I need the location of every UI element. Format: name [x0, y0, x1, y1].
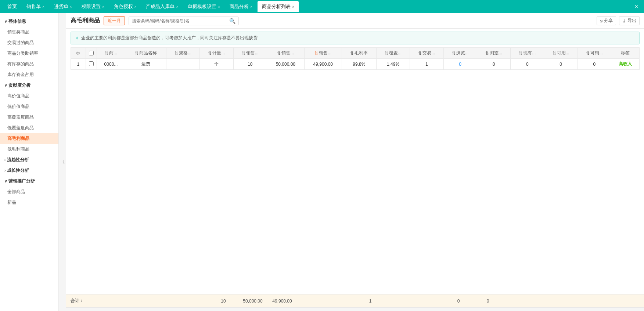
sidebar-item-new-goods[interactable]: 新品	[0, 197, 58, 208]
close-icon[interactable]: ×	[70, 5, 72, 9]
sidebar-item-sales-goods[interactable]: 销售类商品	[0, 27, 58, 37]
footer-sale-amount: 50,000.00	[238, 299, 267, 304]
nav-tab-analysis[interactable]: 商品分析 ×	[225, 1, 257, 12]
sort-icon: ⇅	[314, 51, 318, 56]
col-browse2[interactable]: ⇅浏览...	[477, 48, 510, 59]
row-available: 0	[544, 59, 578, 70]
sidebar-item-category-rate[interactable]: 商品分类助销率	[0, 48, 58, 59]
nav-tab-permissions[interactable]: 权限设置 ×	[77, 1, 109, 12]
footer-available: 0	[473, 299, 503, 304]
row-code[interactable]: 0000...	[97, 59, 125, 70]
sort-icon: ⇅	[105, 51, 108, 56]
sort-icon: ⇅	[277, 51, 281, 56]
close-icon[interactable]: ×	[292, 5, 294, 9]
sidebar-item-low-margin[interactable]: 低毛利商品	[0, 144, 58, 155]
sort-icon: ⇅	[519, 51, 522, 56]
export-button[interactable]: ⤓ 导出	[619, 16, 640, 25]
sidebar-collapse-button[interactable]: 《	[59, 13, 66, 311]
chevron-down-icon: ∨	[4, 179, 7, 183]
row-select-checkbox[interactable]	[89, 61, 94, 66]
close-icon[interactable]: ×	[176, 5, 178, 9]
close-icon[interactable]: ×	[250, 5, 252, 9]
chevron-right-icon: ›	[4, 169, 6, 173]
table-row: 1 0000... 运费 个 10 50,000.00 49,900.00 99…	[71, 59, 640, 70]
col-settings[interactable]: ⚙	[71, 48, 86, 59]
row-name[interactable]: 运费	[125, 59, 166, 70]
main-container: ∨ 整体信息 销售类商品 交易过的商品 商品分类助销率 有库存的商品 库存资金占…	[0, 13, 644, 311]
sidebar-group-overall[interactable]: ∨ 整体信息	[0, 16, 58, 27]
chevron-down-icon: ∨	[4, 83, 7, 87]
sidebar-item-high-coverage[interactable]: 高覆盖度商品	[0, 112, 58, 123]
col-tag[interactable]: 标签	[611, 48, 640, 59]
sidebar-group-marketing[interactable]: ∨ 营销推广分析	[0, 176, 58, 187]
sidebar-group-trend[interactable]: › 流趋性分析	[0, 155, 58, 165]
nav-tab-products[interactable]: 产成品入库单 ×	[141, 1, 183, 12]
content-header: 高毛利商品 近一月 🔍 ⎋ 分享 ⤓ 导出	[66, 13, 644, 29]
col-current-stock[interactable]: ⇅现有...	[511, 48, 544, 59]
select-all-checkbox[interactable]	[89, 51, 94, 55]
share-button[interactable]: ⎋ 分享	[597, 16, 616, 25]
col-sale-profit[interactable]: ⇅销售...	[304, 48, 342, 59]
sort-icon: ⇅	[553, 51, 556, 56]
sidebar-item-traded-goods[interactable]: 交易过的商品	[0, 37, 58, 48]
col-sale-qty[interactable]: ⇅销售...	[233, 48, 267, 59]
share-icon: ⎋	[600, 18, 602, 23]
sort-icon: ⇅	[418, 51, 422, 56]
nav-tab-purchase[interactable]: 进货单 ×	[50, 1, 76, 12]
nav-tab-home[interactable]: 首页	[3, 1, 21, 12]
search-icon[interactable]: 🔍	[229, 18, 235, 24]
sort-icon: ⇅	[242, 51, 245, 56]
col-gross-margin[interactable]: ⇅毛利率	[342, 48, 376, 59]
sidebar-item-high-value[interactable]: 高价值商品	[0, 91, 58, 101]
table-container: ⚙ ⇅商... ⇅商品名称 ⇅规格...	[66, 47, 644, 294]
close-icon[interactable]: ×	[102, 5, 104, 9]
col-browse1[interactable]: ⇅浏览...	[443, 48, 477, 59]
col-name[interactable]: ⇅商品名称	[125, 48, 166, 59]
search-input[interactable]	[132, 18, 229, 23]
footer-label: 合计：	[71, 298, 84, 304]
row-sale-qty: 10	[233, 59, 267, 70]
sidebar-item-high-margin[interactable]: 高毛利商品	[0, 133, 58, 144]
close-icon[interactable]: ×	[134, 5, 137, 9]
nav-tab-sales[interactable]: 销售单 ×	[22, 1, 49, 12]
col-code[interactable]: ⇅商...	[97, 48, 125, 59]
col-coverage[interactable]: ⇅覆盖...	[376, 48, 410, 59]
chevron-down-icon: ∨	[4, 19, 7, 23]
data-table: ⚙ ⇅商... ⇅商品名称 ⇅规格...	[71, 47, 640, 70]
sidebar-item-all-goods[interactable]: 全部商品	[0, 187, 58, 197]
row-sale-amount: 50,000.00	[267, 59, 304, 70]
sidebar-item-low-coverage[interactable]: 低覆盖度商品	[0, 123, 58, 133]
sidebar-group-growth[interactable]: › 成长性分析	[0, 165, 58, 176]
close-icon[interactable]: ×	[42, 5, 44, 9]
sidebar-item-low-value[interactable]: 低价值商品	[0, 101, 58, 112]
col-saleable[interactable]: ⇅可销...	[578, 48, 611, 59]
col-sale-amount[interactable]: ⇅销售...	[267, 48, 304, 59]
row-browse1[interactable]: 0	[443, 59, 477, 70]
sidebar-item-stock-capital[interactable]: 库存资金占用	[0, 69, 58, 80]
sidebar-item-stocked-goods[interactable]: 有库存的商品	[0, 59, 58, 69]
horizontal-scrollbar[interactable]	[66, 307, 644, 311]
footer-sale-profit: 49,900.00	[267, 299, 297, 304]
nav-tab-roles[interactable]: 角色授权 ×	[109, 1, 141, 12]
table-footer: 合计： 10 50,000.00 49,900.00 1 0 0	[66, 294, 644, 307]
row-checkbox[interactable]	[86, 59, 97, 70]
close-icon[interactable]: ×	[218, 5, 220, 9]
footer-current-stock: 0	[444, 299, 473, 304]
row-sale-profit: 49,900.00	[304, 59, 342, 70]
footer-empty2	[326, 299, 356, 304]
sidebar-group-contribution[interactable]: ∨ 贡献度分析	[0, 80, 58, 91]
close-all-button[interactable]: ×	[632, 2, 641, 11]
sort-icon: ⇅	[385, 51, 388, 56]
page-title: 高毛利商品	[71, 17, 100, 25]
col-trade[interactable]: ⇅交易...	[410, 48, 443, 59]
col-spec[interactable]: ⇅规格...	[166, 48, 199, 59]
nav-tab-analysis-list[interactable]: 商品分析列表 ×	[258, 1, 299, 12]
filter-recent-month-button[interactable]: 近一月	[104, 16, 125, 25]
col-available[interactable]: ⇅可用...	[544, 48, 578, 59]
col-unit[interactable]: ⇅计量...	[200, 48, 233, 59]
footer-empty1	[297, 299, 326, 304]
sort-icon: ⇅	[175, 51, 178, 56]
sort-icon: ⇅	[586, 51, 590, 56]
nav-tab-templates[interactable]: 单据模板设置 ×	[183, 1, 224, 12]
row-gross-margin: 99.8%	[342, 59, 376, 70]
